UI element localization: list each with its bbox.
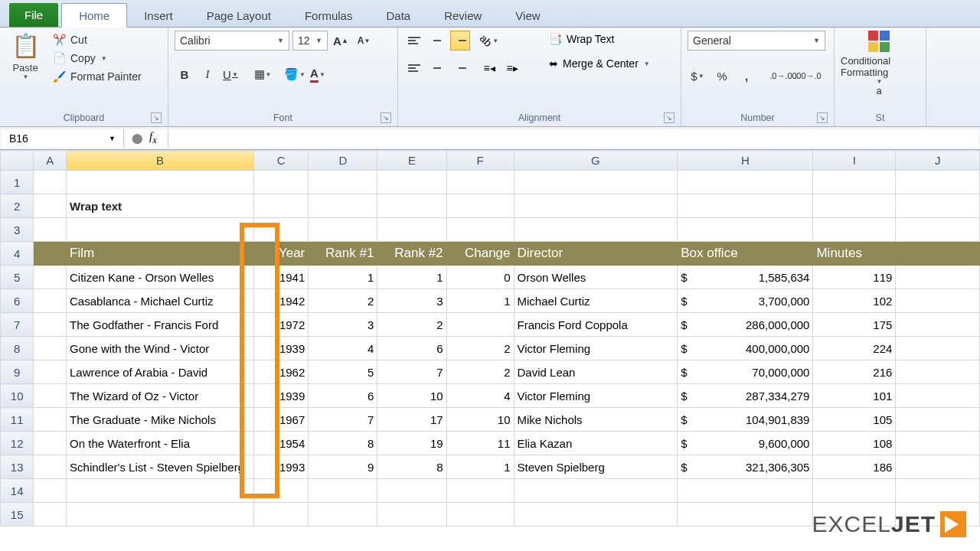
tab-view[interactable]: View: [498, 4, 557, 27]
cell[interactable]: $1,585,634: [678, 266, 813, 289]
font-size-combo[interactable]: 12▼: [292, 31, 328, 51]
cell[interactable]: [896, 337, 980, 360]
cell[interactable]: Change: [446, 242, 514, 266]
cell[interactable]: $9,600,000: [678, 432, 813, 455]
cell[interactable]: [254, 194, 309, 218]
cell[interactable]: 1972: [254, 313, 309, 337]
cell[interactable]: [67, 171, 254, 194]
col-header[interactable]: H: [678, 151, 813, 171]
decrease-font-button[interactable]: A▼: [354, 31, 374, 51]
cell[interactable]: [446, 218, 514, 242]
cell[interactable]: [254, 218, 309, 242]
cell[interactable]: 1967: [254, 408, 309, 432]
cell[interactable]: $70,000,000: [678, 360, 813, 384]
cell[interactable]: 2: [377, 313, 446, 337]
row-header[interactable]: 6: [1, 289, 34, 313]
row-header[interactable]: 4: [1, 242, 34, 266]
cell[interactable]: Lawrence of Arabia - David: [67, 360, 254, 384]
cell[interactable]: [34, 408, 67, 432]
cell[interactable]: [34, 432, 67, 455]
cell[interactable]: [254, 503, 309, 527]
cell[interactable]: [377, 171, 446, 194]
font-name-combo[interactable]: Calibri▼: [175, 31, 289, 51]
cell[interactable]: 7: [309, 408, 377, 432]
row-header[interactable]: 9: [1, 360, 34, 384]
cell[interactable]: [309, 479, 377, 503]
cell[interactable]: [896, 242, 980, 266]
cell[interactable]: [896, 194, 980, 218]
cell[interactable]: Orson Welles: [514, 266, 678, 289]
cell[interactable]: [377, 194, 446, 218]
wrap-text-button[interactable]: 📑Wrap Text: [544, 31, 655, 47]
dialog-launcher-icon[interactable]: ↘: [664, 112, 675, 123]
cell[interactable]: The Wizard of Oz - Victor: [67, 384, 254, 408]
cell[interactable]: [678, 479, 813, 503]
cell[interactable]: [34, 503, 67, 527]
percent-format-button[interactable]: %: [712, 66, 732, 86]
row-header[interactable]: 8: [1, 337, 34, 360]
cell[interactable]: 2: [446, 337, 514, 360]
cell[interactable]: 1941: [254, 266, 309, 289]
cell[interactable]: [514, 194, 678, 218]
cell[interactable]: [896, 360, 980, 384]
cell[interactable]: [377, 218, 446, 242]
cell[interactable]: 186: [813, 455, 896, 479]
decrease-decimal-button[interactable]: .00→.0: [798, 66, 818, 86]
orientation-button[interactable]: ab▼: [479, 31, 499, 51]
name-box[interactable]: B16▼: [2, 129, 124, 148]
tab-home[interactable]: Home: [61, 3, 127, 28]
cell[interactable]: Rank #1: [309, 242, 377, 266]
cell[interactable]: 17: [377, 408, 446, 432]
dialog-launcher-icon[interactable]: ↘: [151, 112, 162, 123]
format-painter-button[interactable]: 🖌️Format Painter: [49, 69, 145, 84]
cell[interactable]: Steven Spielberg: [514, 455, 678, 479]
cell[interactable]: [34, 337, 67, 360]
cell[interactable]: 10: [377, 384, 446, 408]
cut-button[interactable]: ✂️Cut: [49, 32, 145, 47]
cell[interactable]: 101: [813, 384, 896, 408]
align-top-button[interactable]: [404, 31, 424, 51]
dialog-launcher-icon[interactable]: ↘: [381, 112, 391, 123]
align-bottom-button[interactable]: [450, 31, 470, 51]
cell[interactable]: [254, 479, 309, 503]
cell[interactable]: [813, 218, 896, 242]
copy-button[interactable]: 📄Copy▼: [49, 51, 145, 66]
cell[interactable]: [446, 479, 514, 503]
fx-icon[interactable]: fx: [149, 130, 157, 146]
cell[interactable]: [514, 503, 678, 527]
cell[interactable]: 11: [446, 432, 514, 455]
cell[interactable]: [377, 503, 446, 527]
cell[interactable]: [309, 171, 377, 194]
cell[interactable]: [254, 171, 309, 194]
cell[interactable]: Schindler's List - Steven Spielberg: [67, 455, 254, 479]
paste-button[interactable]: 📋 Paste ▼: [6, 31, 44, 80]
accounting-format-button[interactable]: $▼: [688, 66, 707, 86]
cancel-icon[interactable]: ⬤: [132, 132, 143, 144]
cell[interactable]: 1962: [254, 360, 309, 384]
cell[interactable]: [446, 194, 514, 218]
tab-file[interactable]: File: [9, 3, 58, 27]
cell[interactable]: [67, 479, 254, 503]
cell[interactable]: [896, 313, 980, 337]
cell[interactable]: 1: [309, 266, 377, 289]
number-format-combo[interactable]: General▼: [688, 31, 825, 51]
cell[interactable]: 1939: [254, 384, 309, 408]
cell[interactable]: [678, 194, 813, 218]
cell[interactable]: [813, 194, 896, 218]
row-header[interactable]: 15: [1, 503, 34, 527]
borders-button[interactable]: ▦▼: [253, 64, 273, 84]
cell[interactable]: 4: [446, 384, 514, 408]
cell[interactable]: [813, 171, 896, 194]
cell[interactable]: 1954: [254, 432, 309, 455]
cell[interactable]: Wrap text: [67, 194, 254, 218]
cell[interactable]: 105: [813, 408, 896, 432]
row-header[interactable]: 10: [1, 384, 34, 408]
cell[interactable]: 216: [813, 360, 896, 384]
col-header[interactable]: A: [34, 151, 67, 171]
cell[interactable]: Citizen Kane - Orson Welles: [67, 266, 254, 289]
row-header[interactable]: 5: [1, 266, 34, 289]
cell[interactable]: [514, 479, 678, 503]
cell[interactable]: [896, 384, 980, 408]
merge-center-button[interactable]: ⬌Merge & Center▼: [544, 55, 655, 72]
cell[interactable]: Victor Fleming: [514, 337, 678, 360]
